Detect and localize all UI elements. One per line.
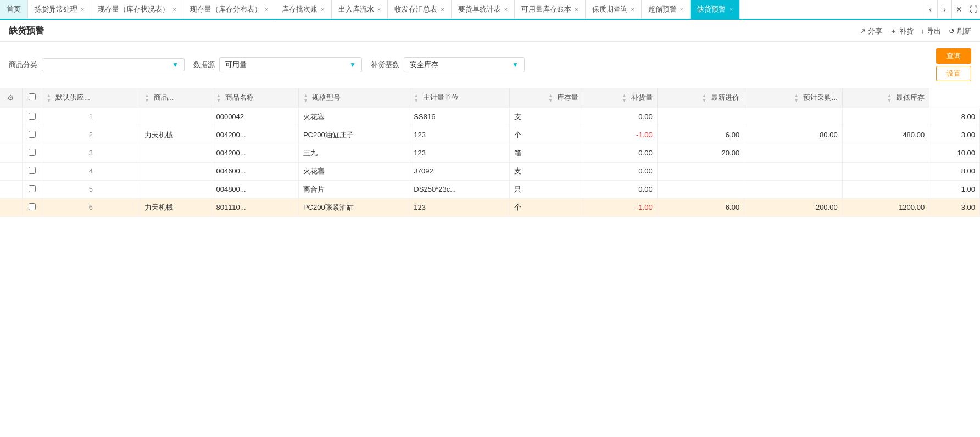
row-supplier-cell	[140, 108, 211, 126]
row-num-cell: 1	[42, 108, 140, 126]
export-button[interactable]: ↓ 导出	[921, 26, 942, 36]
col-header-goods-name: ▲▼ 商品名称	[211, 88, 298, 108]
tab-home-label: 首页	[7, 4, 21, 14]
query-button[interactable]: 查询	[936, 48, 971, 64]
replenish-base-select-value: 安全库存	[410, 60, 438, 70]
refresh-label: 刷新	[957, 26, 971, 36]
header-actions: ↗ 分享 ＋ 补货 ↓ 导出 ↺ 刷新	[860, 26, 972, 36]
row-goods-name-cell: PC200油缸庄子	[298, 126, 409, 144]
tab-shortage[interactable]: 缺货预警 ×	[691, 0, 739, 19]
refresh-button[interactable]: ↺ 刷新	[949, 26, 971, 36]
row-estimated-purchase-cell: 1200.00	[842, 198, 929, 216]
tab-available-ledger-close[interactable]: ×	[575, 6, 578, 13]
row-check-cell	[22, 126, 42, 144]
page-header: 缺货预警 ↗ 分享 ＋ 补货 ↓ 导出 ↺ 刷新	[0, 20, 980, 42]
table-row: 2 力天机械 004200... PC200油缸庄子 123 个 -1.00 6…	[0, 126, 980, 144]
tab-batch-account-close[interactable]: ×	[321, 6, 324, 13]
tab-inventory-dist-close[interactable]: ×	[265, 6, 268, 13]
tab-demand-stat[interactable]: 要货单统计表 ×	[452, 0, 515, 19]
row-goods-code-cell: 004800...	[211, 180, 298, 198]
share-button[interactable]: ↗ 分享	[860, 26, 882, 36]
tab-batch-account[interactable]: 库存批次账 ×	[275, 0, 331, 19]
row-goods-code-cell: 004200...	[211, 126, 298, 144]
row-supplier-cell	[140, 162, 211, 180]
select-all-checkbox[interactable]	[29, 93, 36, 100]
row-supplier-cell	[140, 180, 211, 198]
datasource-select-arrow: ▼	[349, 61, 356, 69]
tab-demand-stat-close[interactable]: ×	[504, 6, 508, 13]
row-gear-cell	[0, 198, 22, 216]
category-filter-label: 商品分类	[9, 60, 37, 70]
tab-expiry-query-label: 保质期查询	[592, 4, 628, 14]
tab-overstock-label: 超储预警	[648, 4, 677, 14]
row-goods-name-cell: 离合片	[298, 180, 409, 198]
row-checkbox-4[interactable]	[29, 167, 36, 174]
tab-available-ledger[interactable]: 可用量库存账本 ×	[515, 0, 585, 19]
supplier-col-label: 默认供应...	[55, 93, 90, 102]
row-checkbox-5[interactable]	[29, 185, 36, 192]
setting-button[interactable]: 设置	[936, 66, 971, 81]
page-content: 缺货预警 ↗ 分享 ＋ 补货 ↓ 导出 ↺ 刷新 商品分类	[0, 20, 980, 437]
row-replenish-cell: 6.00	[657, 198, 744, 216]
row-spec-cell: 123	[409, 126, 510, 144]
tab-collect-summary[interactable]: 收发存汇总表 ×	[388, 0, 451, 19]
gear-settings-icon[interactable]: ⚙	[7, 93, 14, 102]
row-goods-code-cell: 0000042	[211, 108, 298, 126]
col-header-stock: ▲▼ 库存量	[509, 88, 583, 108]
row-checkbox-1[interactable]	[29, 113, 36, 120]
row-stock-cell: 0.00	[583, 108, 657, 126]
datasource-select[interactable]: 可用量 ▼	[219, 57, 362, 72]
min-stock-col-label: 最低库存	[896, 93, 925, 102]
tab-inventory-status-close[interactable]: ×	[172, 6, 176, 13]
tab-inventory-dist[interactable]: 现存量（库存分布表） ×	[183, 0, 275, 19]
tab-maximize-btn[interactable]: ⛶	[966, 0, 980, 19]
page-title: 缺货预警	[9, 25, 44, 37]
row-min-stock-cell: 1.00	[929, 180, 980, 198]
tab-expiry-query-close[interactable]: ×	[631, 6, 634, 13]
tab-inout-flow-close[interactable]: ×	[377, 6, 381, 13]
table-body: 1 0000042 火花塞 SS816 支 0.00 8.00 2 力天机械 0…	[0, 108, 980, 216]
goods-name-sort-icon: ▲▼	[216, 93, 221, 103]
category-select[interactable]: ▼	[42, 58, 185, 71]
tab-close-others-btn[interactable]: ✕	[951, 0, 966, 19]
tab-prev-btn[interactable]: ‹	[923, 0, 937, 19]
estimated-purchase-sort-icon: ▲▼	[794, 93, 799, 103]
replenish-button[interactable]: ＋ 补货	[890, 26, 914, 36]
tab-next-btn[interactable]: ›	[937, 0, 951, 19]
row-stock-cell: 0.00	[583, 144, 657, 162]
tab-collect-summary-close[interactable]: ×	[441, 6, 444, 13]
row-stock-cell: -1.00	[583, 198, 657, 216]
row-gear-cell	[0, 126, 22, 144]
row-latest-price-cell: 80.00	[744, 126, 843, 144]
replenish-label: 补货	[899, 26, 914, 36]
tab-inventory-status[interactable]: 现存量（库存状况表） ×	[91, 0, 183, 19]
tab-overstock[interactable]: 超储预警 ×	[642, 0, 691, 19]
tab-expiry-query[interactable]: 保质期查询 ×	[586, 0, 642, 19]
row-goods-name-cell: 三九	[298, 144, 409, 162]
tab-abnormal[interactable]: 拣货异常处理 ×	[28, 0, 91, 19]
tab-abnormal-close[interactable]: ×	[81, 6, 84, 13]
share-icon: ↗	[860, 27, 866, 35]
row-num-cell: 4	[42, 162, 140, 180]
tab-inout-flow[interactable]: 出入库流水 ×	[332, 0, 388, 19]
estimated-purchase-col-label: 预计采购...	[803, 93, 838, 102]
row-checkbox-3[interactable]	[29, 149, 36, 156]
tab-home[interactable]: 首页	[0, 0, 28, 19]
datasource-select-value: 可用量	[225, 60, 247, 70]
data-table: ⚙ ▲▼ 默认供应... ▲▼ 商品... ▲▼ 商品	[0, 88, 980, 217]
row-gear-cell	[0, 162, 22, 180]
row-min-stock-cell: 8.00	[929, 162, 980, 180]
tab-shortage-close[interactable]: ×	[729, 6, 732, 13]
row-checkbox-2[interactable]	[29, 131, 36, 138]
row-checkbox-6[interactable]	[29, 203, 36, 210]
tab-abnormal-label: 拣货异常处理	[35, 4, 77, 14]
row-unit-cell: 个	[509, 198, 583, 216]
tab-overstock-close[interactable]: ×	[680, 6, 683, 13]
unit-sort-icon: ▲▼	[414, 93, 419, 103]
row-spec-cell: J7092	[409, 162, 510, 180]
row-gear-cell	[0, 108, 22, 126]
col-header-estimated-purchase: ▲▼ 预计采购...	[744, 88, 843, 108]
replenish-base-select[interactable]: 安全库存 ▼	[404, 57, 525, 72]
col-header-unit: ▲▼ 主计量单位	[409, 88, 510, 108]
row-estimated-purchase-cell	[842, 180, 929, 198]
